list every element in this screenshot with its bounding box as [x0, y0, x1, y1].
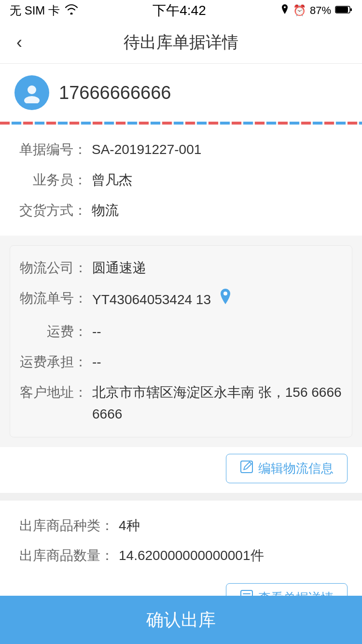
tracking-no-label: 物流单号： — [20, 288, 87, 309]
back-button[interactable]: ‹ — [12, 28, 27, 57]
svg-rect-2 — [336, 7, 348, 13]
status-bar: 无 SIM 卡 下午4:42 ⏰ 87% — [0, 0, 362, 21]
svg-point-5 — [24, 96, 40, 103]
freight-bearer-label: 运费承担： — [20, 351, 87, 373]
tracking-location-icon[interactable] — [218, 288, 233, 312]
nav-bar: ‹ 待出库单据详情 — [0, 21, 362, 64]
location-status-icon — [280, 4, 289, 17]
address-label: 客户地址： — [20, 382, 87, 404]
salesperson-label: 业务员： — [19, 169, 87, 191]
delivery-method-value: 物流 — [92, 200, 343, 222]
customer-avatar — [14, 75, 49, 110]
freight-bearer-value: -- — [92, 351, 342, 373]
edit-icon — [240, 460, 253, 477]
logistics-company-row: 物流公司： 圆通速递 — [20, 257, 342, 279]
freight-row: 运费： -- — [20, 321, 342, 343]
edit-btn-row: 编辑物流信息 — [0, 447, 362, 493]
order-no-value: SA-20191227-001 — [92, 139, 343, 161]
wifi-icon — [65, 4, 78, 17]
salesperson-row: 业务员： 曾凡杰 — [19, 169, 343, 191]
customer-phone: 17666666666 — [59, 83, 171, 103]
address-row: 客户地址： 北京市市辖区海淀区永丰南 张，156 6666 6666 — [20, 382, 342, 425]
product-quantity-row: 出库商品数量： 14.620000000000001件 — [19, 545, 343, 567]
product-section: 出库商品种类： 4种 出库商品数量： 14.620000000000001件 — [0, 501, 362, 577]
battery-icon — [335, 4, 352, 17]
product-quantity-label: 出库商品数量： — [19, 545, 114, 567]
logistics-company-label: 物流公司： — [20, 257, 87, 279]
edit-logistics-button[interactable]: 编辑物流信息 — [226, 454, 348, 483]
tracking-no-row: 物流单号： YT43064053424 13 — [20, 288, 342, 312]
product-type-row: 出库商品种类： 4种 — [19, 515, 343, 537]
svg-rect-3 — [350, 8, 352, 11]
delivery-method-label: 交货方式： — [19, 200, 87, 222]
product-type-label: 出库商品种类： — [19, 515, 114, 537]
confirm-button[interactable]: 确认出库 — [0, 596, 362, 644]
delivery-method-row: 交货方式： 物流 — [19, 200, 343, 222]
logistics-company-value: 圆通速递 — [92, 257, 342, 279]
page-title: 待出库单据详情 — [124, 31, 238, 54]
svg-point-6 — [223, 292, 227, 295]
section-separator — [0, 493, 362, 501]
customer-header: 17666666666 — [0, 64, 362, 122]
status-time: 下午4:42 — [153, 1, 206, 20]
product-quantity-value: 14.620000000000001件 — [119, 545, 343, 567]
tracking-no-value: YT43064053424 13 — [92, 288, 342, 312]
salesperson-value: 曾凡杰 — [92, 169, 343, 191]
logistics-section: 物流公司： 圆通速递 物流单号： YT43064053424 13 运费： --… — [10, 245, 352, 437]
product-type-value: 4种 — [119, 515, 343, 537]
order-no-label: 单据编号： — [19, 139, 87, 161]
status-right: ⏰ 87% — [280, 4, 352, 17]
freight-value: -- — [92, 321, 342, 343]
order-no-row: 单据编号： SA-20191227-001 — [19, 139, 343, 161]
freight-label: 运费： — [20, 321, 87, 343]
battery-label: 87% — [310, 4, 331, 17]
sim-label: 无 SIM 卡 — [10, 3, 60, 18]
order-info-section: 单据编号： SA-20191227-001 业务员： 曾凡杰 交货方式： 物流 — [0, 125, 362, 236]
address-value: 北京市市辖区海淀区永丰南 张，156 6666 6666 — [92, 382, 342, 425]
svg-point-4 — [28, 85, 36, 94]
status-left: 无 SIM 卡 — [10, 3, 78, 18]
freight-bearer-row: 运费承担： -- — [20, 351, 342, 373]
svg-point-0 — [284, 6, 286, 8]
alarm-icon: ⏰ — [293, 4, 306, 17]
